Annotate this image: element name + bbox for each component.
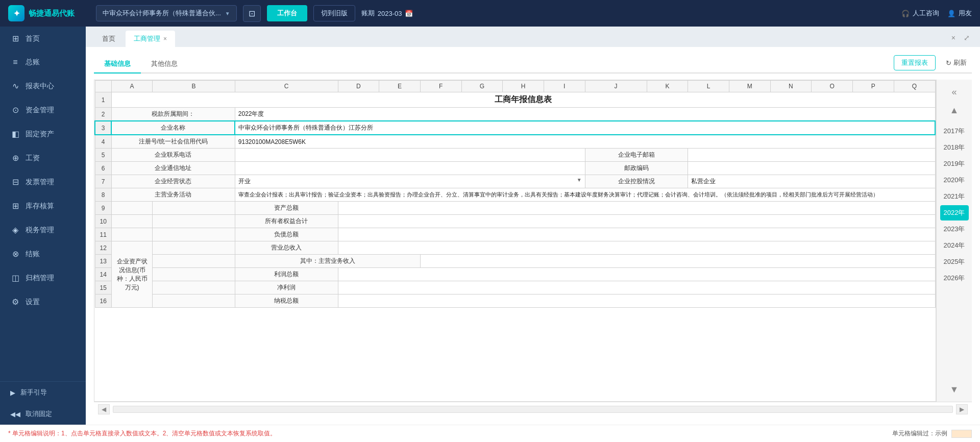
col-j-header[interactable]: J (585, 81, 647, 92)
row16-value[interactable] (338, 294, 935, 308)
col-k-header[interactable]: K (647, 81, 688, 92)
row9-value[interactable] (338, 202, 935, 215)
horizontal-scrollbar-area: ◀ ▶ (94, 402, 972, 416)
col-m-header[interactable]: M (729, 81, 770, 92)
row9-c: 资产总额 (235, 202, 338, 215)
workbench-button[interactable]: 工作台 (267, 5, 307, 21)
sub-tab-basic[interactable]: 基础信息 (94, 55, 141, 73)
col-q-header[interactable]: Q (894, 81, 935, 92)
refresh-button[interactable]: ↻ 刷新 (941, 56, 972, 70)
col-g-header[interactable]: G (461, 81, 503, 92)
row8-value[interactable]: 审查企业会计报表；出具审计报告；验证企业资本；出具验资报告；办理企业合开、分立、… (235, 188, 935, 202)
window-expand-button[interactable]: ⤢ (962, 33, 972, 43)
panel-up-button[interactable]: ▲ (946, 102, 963, 118)
row2-value[interactable]: 2022年度 (235, 108, 935, 121)
reports-icon: ∿ (10, 81, 20, 91)
unpin-item[interactable]: ◀◀ 取消固定 (0, 403, 86, 425)
horizontal-scrollbar[interactable] (113, 406, 953, 413)
year-2021[interactable]: 2021年 (940, 189, 969, 204)
sidebar-item-settings[interactable]: ⚙ 设置 (0, 290, 86, 314)
row12-value[interactable] (338, 241, 935, 255)
col-a-header[interactable]: A (111, 81, 153, 92)
old-version-button[interactable]: 切到旧版 (313, 5, 355, 21)
sidebar-item-archive[interactable]: ◫ 归档管理 (0, 266, 86, 290)
col-o-header[interactable]: O (812, 81, 853, 92)
new-guide-item[interactable]: ▶ 新手引导 (0, 382, 86, 403)
year-panel: « ▲ 2017年 2018年 2019年 2020年 2021年 2022年 … (936, 80, 972, 402)
footer-sample-area: 单元格编辑过：示例 (892, 429, 972, 438)
sidebar-item-ledger[interactable]: ≡ 总账 (0, 51, 86, 74)
col-header-row: A B C D E F G H I J K L (95, 81, 935, 92)
sidebar-item-home[interactable]: ⊞ 首页 (0, 27, 86, 51)
sidebar-item-salary[interactable]: ⊕ 工资 (0, 146, 86, 170)
col-f-header[interactable]: F (420, 81, 461, 92)
footer-warning-text: * 单元格编辑说明：1、点击单元格直接录入数值或文本。2、清空单元格数值或文本恢… (8, 429, 276, 438)
service-label: 人工咨询 (913, 9, 939, 18)
sheet-title[interactable]: 工商年报信息表 (111, 92, 935, 108)
table-row: 14 利润总额 (95, 268, 935, 281)
col-p-header[interactable]: P (852, 81, 894, 92)
row3-value[interactable]: 中审众环会计师事务所（特殊普通合伙）江苏分所 (235, 121, 935, 135)
window-close-button[interactable]: × (949, 33, 958, 43)
refresh-icon: ↻ (946, 59, 951, 67)
row11-value[interactable] (338, 228, 935, 241)
row7-label: 企业经营状态 (111, 175, 235, 188)
calendar-icon[interactable]: 📅 (405, 10, 413, 17)
col-c-header[interactable]: C (235, 81, 338, 92)
sidebar-item-close[interactable]: ⊗ 结账 (0, 242, 86, 266)
copy-button[interactable]: ⊡ (243, 5, 261, 22)
year-2018[interactable]: 2018年 (940, 140, 969, 155)
sidebar-item-inventory[interactable]: ⊞ 库存核算 (0, 194, 86, 218)
panel-collapse-button[interactable]: « (946, 84, 963, 100)
panel-down-button[interactable]: ▼ (946, 381, 963, 398)
year-2026[interactable]: 2026年 (940, 271, 969, 286)
row6-zip[interactable] (688, 162, 935, 175)
row-num-7: 7 (95, 175, 111, 188)
row6-address[interactable] (235, 162, 585, 175)
year-2019[interactable]: 2019年 (940, 156, 969, 171)
user-area[interactable]: 👤 用友 (947, 9, 972, 18)
row4-value[interactable]: 91320100MA208E5W6K (235, 135, 935, 149)
sidebar-item-invoice[interactable]: ⊟ 发票管理 (0, 170, 86, 194)
col-h-header[interactable]: H (503, 81, 544, 92)
row7-status[interactable]: 开业 ▼ (235, 175, 585, 188)
sidebar-item-reports[interactable]: ∿ 报表中心 (0, 74, 86, 98)
year-2017[interactable]: 2017年 (940, 124, 969, 139)
row15-value[interactable] (338, 281, 935, 294)
sidebar-label-salary: 工资 (26, 154, 40, 163)
col-d-header[interactable]: D (338, 81, 379, 92)
company-selector[interactable]: 中审众环会计师事务所（特殊普通合伙... ▼ (96, 5, 237, 21)
tab-active-commerce[interactable]: 工商管理 × (126, 31, 175, 47)
year-2023[interactable]: 2023年 (940, 222, 969, 237)
year-2025[interactable]: 2025年 (940, 254, 969, 269)
year-2020[interactable]: 2020年 (940, 173, 969, 188)
col-l-header[interactable]: L (688, 81, 729, 92)
col-n-header[interactable]: N (770, 81, 812, 92)
col-i-header[interactable]: I (544, 81, 585, 92)
row14-value[interactable] (338, 268, 935, 281)
sidebar-item-funds[interactable]: ⊙ 资金管理 (0, 98, 86, 122)
scroll-right-button[interactable]: ▶ (956, 404, 968, 414)
year-2022[interactable]: 2022年 (940, 205, 969, 220)
row13-value[interactable] (420, 255, 935, 268)
sidebar-item-assets[interactable]: ◧ 固定资产 (0, 122, 86, 146)
sidebar-item-tax[interactable]: ◈ 税务管理 (0, 218, 86, 242)
col-b-header[interactable]: B (153, 81, 235, 92)
year-2024[interactable]: 2024年 (940, 238, 969, 253)
col-e-header[interactable]: E (379, 81, 421, 92)
sub-tab-other[interactable]: 其他信息 (141, 55, 188, 73)
row5-phone[interactable] (235, 149, 585, 162)
sidebar-label-tax: 税务管理 (26, 226, 54, 235)
tab-close-button[interactable]: × (163, 36, 167, 42)
scroll-left-button[interactable]: ◀ (98, 404, 110, 414)
row9-b (153, 202, 235, 215)
table-row: 15 净利润 (95, 281, 935, 294)
row7-control-value[interactable]: 私营企业 (688, 175, 935, 188)
salary-icon: ⊕ (10, 153, 20, 163)
tab-home[interactable]: 首页 (94, 31, 124, 47)
sidebar-label-archive: 归档管理 (26, 274, 54, 283)
row10-value[interactable] (338, 215, 935, 228)
row5-email[interactable] (688, 149, 935, 162)
service-button[interactable]: 🎧 人工咨询 (901, 9, 939, 18)
reset-report-button[interactable]: 重置报表 (894, 55, 936, 70)
